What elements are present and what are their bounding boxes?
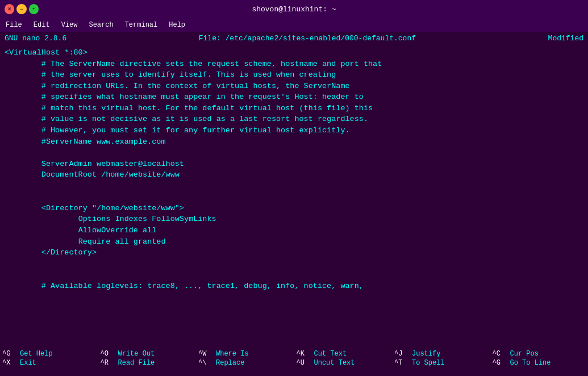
- menubar: FileEditViewSearchTerminalHelp: [0, 18, 588, 32]
- shortcut-key: ^W: [198, 350, 214, 358]
- shortcut-label: Go To Line: [510, 359, 551, 367]
- menu-item-view[interactable]: View: [58, 20, 81, 30]
- nano-status-header: GNU nano 2.8.6 File: /etc/apache2/sites-…: [0, 32, 588, 45]
- shortcut-label: Exit: [20, 359, 36, 367]
- window-controls[interactable]: ✕ − +: [5, 4, 39, 14]
- titlebar: ✕ − + shovon@linuxhint: ~: [0, 0, 588, 18]
- shortcut-label: Write Out: [118, 350, 155, 358]
- shortcut-label: Where Is: [216, 350, 249, 358]
- shortcut-row[interactable]: ^KCut Text: [294, 349, 393, 358]
- shortcut-label: Cut Text: [314, 350, 347, 358]
- shortcut-label: Read File: [118, 359, 155, 367]
- shortcut-label: Uncut Text: [314, 359, 355, 367]
- shortcut-row[interactable]: ^WWhere Is: [196, 349, 294, 358]
- shortcut-key: ^G: [2, 350, 18, 358]
- editor-area[interactable]: <VirtualHost *:80> # The ServerName dire…: [0, 45, 588, 341]
- shortcut-col-1: ^OWrite Out^RRead File: [98, 341, 197, 376]
- shortcut-key: ^G: [493, 359, 508, 367]
- shortcut-row[interactable]: ^TTo Spell: [392, 358, 490, 367]
- shortcut-row[interactable]: ^RRead File: [98, 358, 197, 367]
- shortcut-key: ^C: [493, 350, 508, 358]
- shortcut-row[interactable]: ^XExit: [0, 358, 98, 367]
- shortcut-key: ^\: [198, 359, 214, 367]
- shortcut-bar: ^GGet Help^XExit^OWrite Out^RRead File^W…: [0, 341, 588, 376]
- shortcut-key: ^K: [297, 350, 312, 358]
- nano-version: GNU nano 2.8.6: [5, 34, 66, 43]
- window-title: shovon@linuxhint: ~: [39, 5, 549, 14]
- shortcut-row[interactable]: ^JJustify: [392, 349, 490, 358]
- shortcut-row[interactable]: ^OWrite Out: [98, 349, 197, 358]
- shortcut-label: Get Help: [20, 350, 53, 358]
- menu-item-file[interactable]: File: [2, 20, 26, 30]
- shortcut-col-5: ^CCur Pos^GGo To Line: [490, 341, 589, 376]
- shortcut-row[interactable]: ^GGo To Line: [490, 358, 589, 367]
- shortcut-label: Justify: [412, 350, 440, 358]
- nano-modified: Modified: [548, 34, 583, 43]
- shortcut-key: ^U: [297, 359, 312, 367]
- shortcut-key: ^O: [101, 350, 116, 358]
- shortcut-row[interactable]: ^UUncut Text: [294, 358, 393, 367]
- shortcut-key: ^X: [2, 359, 18, 367]
- shortcut-row[interactable]: ^GGet Help: [0, 349, 98, 358]
- shortcut-col-3: ^KCut Text^UUncut Text: [294, 341, 393, 376]
- menu-item-search[interactable]: Search: [85, 20, 116, 30]
- maximize-button[interactable]: +: [29, 4, 39, 14]
- menu-item-terminal[interactable]: Terminal: [122, 20, 161, 30]
- close-button[interactable]: ✕: [5, 4, 14, 14]
- shortcut-label: Cur Pos: [510, 350, 539, 358]
- shortcut-col-4: ^JJustify^TTo Spell: [392, 341, 490, 376]
- shortcut-row[interactable]: ^CCur Pos: [490, 349, 589, 358]
- shortcut-col-0: ^GGet Help^XExit: [0, 341, 98, 376]
- nano-filename: File: /etc/apache2/sites-enabled/000-def…: [199, 34, 416, 43]
- menu-item-edit[interactable]: Edit: [30, 20, 53, 30]
- shortcut-key: ^J: [394, 350, 410, 358]
- shortcut-col-2: ^WWhere Is^\Replace: [196, 341, 294, 376]
- shortcut-key: ^R: [101, 359, 116, 367]
- minimize-button[interactable]: −: [16, 4, 26, 14]
- shortcut-key: ^T: [394, 359, 410, 367]
- shortcut-label: Replace: [216, 359, 244, 367]
- shortcut-label: To Spell: [412, 359, 445, 367]
- shortcut-row[interactable]: ^\Replace: [196, 358, 294, 367]
- menu-item-help[interactable]: Help: [165, 20, 189, 30]
